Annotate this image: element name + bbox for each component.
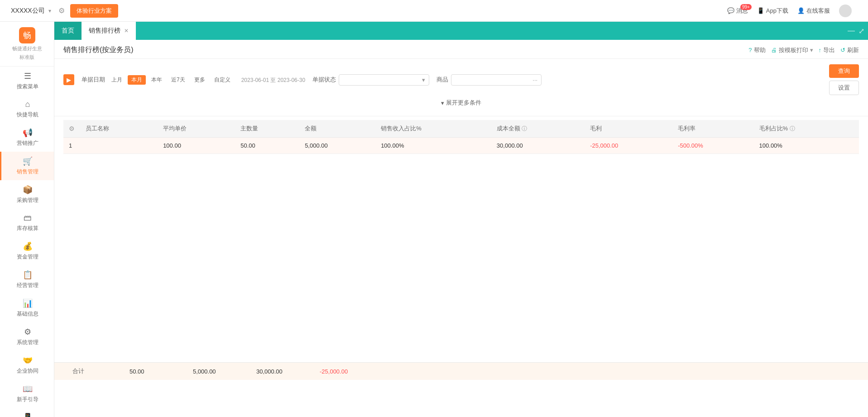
- goods-dots-icon[interactable]: ···: [532, 77, 537, 83]
- th-avg-price: 平均单价: [158, 120, 235, 138]
- message-icon-item[interactable]: 💬 消息 99+: [727, 7, 748, 15]
- page-actions: ? 帮助 🖨 按模板打印 ▾ ↑ 导出 ↺: [748, 46, 859, 54]
- page-header: 销售排行榜(按业务员) ? 帮助 🖨 按模板打印 ▾ ↑: [54, 40, 868, 59]
- setting-button[interactable]: 设置: [829, 81, 859, 95]
- right-buttons: 查询 设置: [829, 64, 859, 95]
- export-button[interactable]: ↑ 导出: [819, 46, 835, 54]
- footer-main-qty: 50.00: [129, 368, 175, 375]
- td-cost: 30,000.00: [491, 138, 585, 154]
- th-name: 员工名称: [80, 120, 158, 138]
- expand-bar[interactable]: ▾ 展开更多条件: [63, 95, 859, 110]
- print-icon: 🖨: [771, 47, 777, 53]
- status-filter-label: 单据状态: [312, 76, 336, 84]
- td-sales-pct: 100.00%: [375, 138, 491, 154]
- sidebar-item-system[interactable]: ⚙ 系统管理: [0, 322, 54, 351]
- sidebar-item-inventory-label: 库存核算: [17, 225, 38, 232]
- th-cost: 成本全额 ⓘ: [491, 120, 585, 138]
- table-header-row: ⚙ 员工名称 平均单价 主数量 全额 销售收入占比% 成本全额 ⓘ: [63, 120, 859, 138]
- sidebar-item-quick-nav-label: 快捷导航: [17, 111, 38, 119]
- company-name: XXXXX公司: [11, 7, 45, 15]
- date-tab-last-month[interactable]: 上月: [108, 75, 126, 85]
- filter-row: ▶ 单据日期 上月 本月 本年 近7天 更多 自定义: [63, 64, 859, 95]
- td-gross-pct: 100.00%: [754, 138, 859, 154]
- service-icon: 👤: [797, 7, 805, 14]
- tab-sales-rank[interactable]: 销售排行榜 ✕: [82, 22, 136, 40]
- footer-label: 合计: [72, 367, 84, 375]
- template-print-button[interactable]: 🖨 按模板打印 ▾: [771, 46, 813, 54]
- tab-minimize-icon[interactable]: —: [848, 27, 855, 35]
- th-settings: ⚙: [63, 120, 80, 138]
- page-inner: 销售排行榜(按业务员) ? 帮助 🖨 按模板打印 ▾ ↑: [54, 40, 868, 417]
- company-selector[interactable]: XXXXX公司 ▾: [7, 5, 55, 17]
- status-chevron-icon: ▾: [422, 77, 425, 83]
- avatar[interactable]: [839, 5, 852, 17]
- expand-label: 展开更多条件: [446, 99, 481, 107]
- sidebar-item-guide[interactable]: 📖 新手引导: [0, 379, 54, 408]
- date-tab-more[interactable]: 更多: [191, 75, 209, 85]
- table-footer: 合计 50.00 5,000.00 30,000.00 -25,000.00: [54, 362, 868, 380]
- th-gross-pct-info-icon[interactable]: ⓘ: [790, 125, 795, 132]
- date-tab-this-month[interactable]: 本月: [128, 75, 146, 85]
- sidebar-item-operations[interactable]: 📋 经营管理: [0, 265, 54, 294]
- tab-sales-rank-label: 销售排行榜: [89, 27, 120, 35]
- help-button[interactable]: ? 帮助: [748, 46, 765, 54]
- finance-icon: 💰: [23, 241, 33, 251]
- tab-maximize-icon[interactable]: ⤢: [858, 27, 864, 35]
- date-tab-custom[interactable]: 自定义: [211, 75, 234, 85]
- date-filter-label: 单据日期: [82, 76, 105, 84]
- sidebar-item-sales[interactable]: 🛒 销售管理: [0, 152, 54, 180]
- status-select[interactable]: ▾: [339, 74, 429, 86]
- tab-home[interactable]: 首页: [54, 22, 82, 40]
- message-icon: 💬: [727, 7, 734, 14]
- th-gross-rate: 毛利率: [672, 120, 753, 138]
- logo-symbol: 畅: [23, 30, 31, 41]
- tab-home-label: 首页: [62, 27, 74, 35]
- sidebar-item-marketing[interactable]: 📢 营销推广: [0, 123, 54, 152]
- logo-line1: 畅捷通好生意: [12, 45, 42, 52]
- print-chevron-icon: ▾: [810, 47, 813, 53]
- marketing-icon: 📢: [23, 128, 33, 138]
- th-gross-pct-label: 毛利占比%: [759, 125, 788, 132]
- refresh-button[interactable]: ↺ 刷新: [840, 46, 859, 54]
- online-service-item[interactable]: 👤 在线客服: [797, 7, 830, 15]
- date-tab-this-year[interactable]: 本年: [148, 75, 166, 85]
- sidebar-item-collab-label: 企业协同: [17, 367, 38, 375]
- help-label: 帮助: [754, 46, 766, 54]
- td-avg-price: 100.00: [158, 138, 235, 154]
- date-range-text: 2023-06-01 至 2023-06-30: [241, 77, 305, 84]
- gear-icon[interactable]: ⚙: [58, 6, 65, 15]
- sidebar-item-search-order[interactable]: ☰ 搜索菜单: [0, 67, 54, 95]
- sidebar-item-collab[interactable]: 🤝 企业协同: [0, 351, 54, 379]
- th-gross-pct: 毛利占比% ⓘ: [754, 120, 859, 138]
- basics-icon: 📊: [23, 298, 33, 308]
- query-button[interactable]: 查询: [829, 64, 859, 78]
- sidebar-item-operations-label: 经营管理: [17, 282, 38, 289]
- footer-amount: 5,000.00: [193, 368, 238, 375]
- col-settings-icon[interactable]: ⚙: [69, 125, 75, 132]
- sidebar-item-finance[interactable]: 💰 资金管理: [0, 237, 54, 265]
- sidebar-item-inventory[interactable]: 🗃 库存核算: [0, 209, 54, 237]
- sidebar-item-search-order-label: 搜索菜单: [17, 83, 38, 91]
- status-filter: 单据状态 ▾: [312, 74, 429, 86]
- main-layout: 畅 畅捷通好生意 标准版 ☰ 搜索菜单 ⌂ 快捷导航 📢 营销推广 🛒 销售管理…: [0, 22, 868, 417]
- date-tab-7days[interactable]: 近7天: [168, 75, 189, 85]
- sidebar-item-quick-nav[interactable]: ⌂ 快捷导航: [0, 95, 54, 123]
- apps-icon: 📱: [23, 412, 33, 417]
- tab-bar: 首页 销售排行榜 ✕ — ⤢: [54, 22, 868, 40]
- footer-gross: -25,000.00: [320, 368, 365, 375]
- sidebar-item-purchase[interactable]: 📦 采购管理: [0, 180, 54, 209]
- td-amount: 5,000.00: [299, 138, 375, 154]
- th-cost-info-icon[interactable]: ⓘ: [522, 125, 527, 132]
- trial-button[interactable]: 体验行业方案: [70, 4, 118, 18]
- tab-close-icon[interactable]: ✕: [124, 28, 129, 34]
- sidebar-item-apps[interactable]: 📱 应用中心: [0, 408, 54, 417]
- goods-input[interactable]: ···: [451, 74, 542, 86]
- filter-bar: ▶ 单据日期 上月 本月 本年 近7天 更多 自定义: [54, 59, 868, 116]
- sidebar-item-basics[interactable]: 📊 基础信息: [0, 294, 54, 322]
- app-download-item[interactable]: 📱 App下载: [757, 7, 788, 15]
- online-service-label: 在线客服: [806, 7, 830, 15]
- refresh-icon: ↺: [840, 47, 845, 53]
- data-table: ⚙ 员工名称 平均单价 主数量 全额 销售收入占比% 成本全额 ⓘ: [63, 120, 859, 154]
- filter-toggle-icon[interactable]: ▶: [63, 74, 74, 85]
- sidebar-logo: 畅 畅捷通好生意 标准版: [0, 22, 54, 67]
